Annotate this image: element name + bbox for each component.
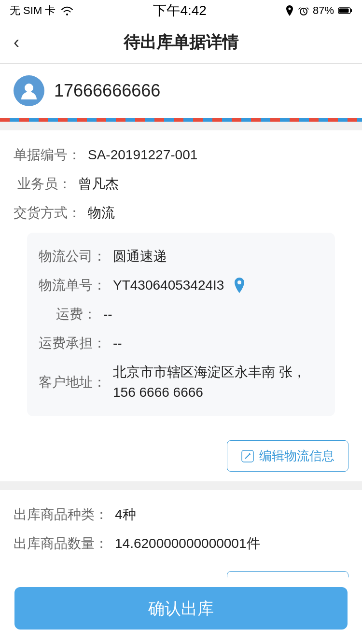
logistics-tracking-label: 物流单号：: [39, 275, 106, 295]
battery-percent: 87%: [313, 4, 334, 17]
confirm-checkout-button[interactable]: 确认出库: [14, 587, 348, 630]
order-info-section: 单据编号： SA-20191227-001 业务员： 曾凡杰 交货方式： 物流 …: [0, 130, 362, 431]
customer-header: 17666666666: [0, 64, 362, 118]
status-right: 87%: [285, 4, 352, 17]
status-carrier: 无 SIM 卡: [10, 3, 75, 18]
location-icon: [285, 5, 294, 16]
logistics-company-label: 物流公司：: [39, 246, 106, 266]
logistics-card: 物流公司： 圆通速递 物流单号： YT43064053424I3 运费： -- …: [27, 233, 335, 416]
customer-phone: 17666666666: [54, 81, 160, 101]
section-divider-2: [0, 481, 362, 490]
decorative-line: [0, 118, 362, 122]
products-section: 出库商品种类： 4种 出库商品数量： 14.620000000000001件: [0, 490, 362, 563]
svg-point-4: [25, 84, 33, 92]
freight-bearer-value: --: [113, 333, 323, 353]
delivery-method-label: 交货方式：: [14, 203, 81, 223]
freight-bearer-label: 运费承担：: [39, 333, 106, 353]
battery-icon: [338, 6, 352, 15]
carrier-text: 无 SIM 卡: [10, 3, 56, 18]
alarm-icon: [298, 5, 309, 16]
product-quantity-value: 14.620000000000001件: [115, 533, 348, 554]
nav-bar: ‹ 待出库单据详情: [0, 21, 362, 64]
avatar: [14, 75, 44, 106]
edit-btn-row: 编辑物流信息: [0, 431, 362, 481]
edit-icon: [241, 449, 254, 463]
tracking-row: YT43064053424I3: [113, 275, 323, 295]
status-time: 下午4:42: [153, 1, 207, 20]
logistics-company-row: 物流公司： 圆通速递: [39, 246, 323, 266]
address-label: 客户地址：: [39, 372, 106, 392]
order-number-value: SA-20191227-001: [88, 145, 348, 165]
delivery-method-value: 物流: [88, 203, 348, 223]
svg-rect-2: [350, 9, 352, 12]
logistics-company-value: 圆通速递: [113, 246, 323, 266]
freight-label: 运费：: [39, 304, 97, 324]
logistics-tracking-row: 物流单号： YT43064053424I3: [39, 275, 323, 295]
back-button[interactable]: ‹: [14, 32, 19, 53]
map-pin-icon[interactable]: [231, 277, 248, 294]
delivery-row: 交货方式： 物流: [14, 203, 348, 223]
svg-rect-3: [339, 9, 348, 13]
confirm-btn-area: 确认出库: [0, 577, 362, 644]
address-value: 北京市市辖区海淀区永丰南 张，156 6666 6666: [113, 362, 323, 403]
address-row: 客户地址： 北京市市辖区海淀区永丰南 张，156 6666 6666: [39, 362, 323, 403]
order-number-label: 单据编号：: [14, 145, 81, 165]
edit-logistics-button[interactable]: 编辑物流信息: [227, 440, 348, 472]
freight-bearer-row: 运费承担： --: [39, 333, 323, 353]
status-bar: 无 SIM 卡 下午4:42 87%: [0, 0, 362, 21]
product-types-label: 出库商品种类：: [14, 504, 108, 525]
section-divider-1: [0, 122, 362, 130]
product-types-value: 4种: [115, 504, 348, 525]
freight-value: --: [103, 304, 323, 324]
product-types-row: 出库商品种类： 4种: [14, 504, 348, 525]
page-title: 待出库单据详情: [124, 31, 238, 54]
product-quantity-label: 出库商品数量：: [14, 533, 108, 554]
salesperson-value: 曾凡杰: [78, 174, 348, 194]
wifi-icon: [59, 5, 75, 16]
order-number-row: 单据编号： SA-20191227-001: [14, 145, 348, 165]
edit-logistics-label: 编辑物流信息: [259, 448, 334, 464]
user-icon: [19, 81, 39, 100]
salesperson-label: 业务员：: [14, 174, 71, 194]
salesperson-row: 业务员： 曾凡杰: [14, 174, 348, 194]
tracking-number: YT43064053424I3: [113, 275, 224, 295]
freight-row: 运费： --: [39, 304, 323, 324]
product-quantity-row: 出库商品数量： 14.620000000000001件: [14, 533, 348, 554]
